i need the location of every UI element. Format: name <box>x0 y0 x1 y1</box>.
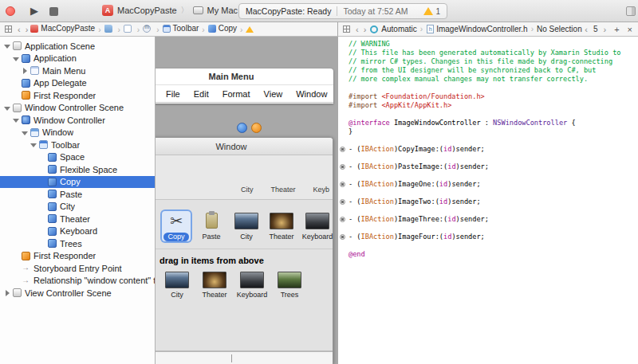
code-line[interactable] <box>349 206 638 215</box>
code-line[interactable]: - (IBAction)ImageThree:(id)sender; <box>349 215 638 224</box>
default-item-city[interactable]: City <box>162 272 192 299</box>
disclosure-triangle[interactable] <box>21 128 30 137</box>
code-line[interactable]: @end <box>349 250 638 259</box>
code-line[interactable]: @interface ImageWindowController : NSWin… <box>349 119 638 127</box>
outline-row-view-controller-scene[interactable]: View Controller Scene <box>0 287 155 299</box>
outline-row-relationship-window-content-to[interactable]: Relationship "window content" to ... <box>0 275 155 288</box>
code-line[interactable]: // from the UI designer will be synchron… <box>349 66 638 75</box>
back-button[interactable]: ‹ <box>15 25 23 34</box>
breadcrumb-toolbar[interactable]: Toolbar <box>163 24 199 33</box>
breadcrumb-m-badge[interactable] <box>143 25 153 33</box>
code-line[interactable] <box>349 154 638 162</box>
outline-row-theater[interactable]: Theater <box>0 213 155 225</box>
scheme-selector[interactable]: A MacCopyPaste 〉 My Mac <box>102 5 238 16</box>
disclosure-triangle[interactable] <box>12 54 21 63</box>
code-line[interactable]: - (IBAction)ImageTwo:(id)sender; <box>349 198 638 206</box>
code-line[interactable]: - (IBAction)CopyImage:(id)sender; <box>349 145 638 154</box>
menu-item-file[interactable]: File <box>166 89 180 99</box>
outline-row-space[interactable]: Space <box>0 151 155 164</box>
menu-item-window[interactable]: Window <box>296 89 327 99</box>
toolbar-preview-label-theater[interactable]: Theater <box>270 186 295 194</box>
close-window-icon[interactable] <box>6 6 15 16</box>
main-menu-mockup[interactable]: Main Menu FileEditFormatViewWindow <box>156 68 333 104</box>
stop-button[interactable] <box>49 7 58 16</box>
code-line[interactable] <box>349 136 638 145</box>
close-assistant-button[interactable]: × <box>625 25 635 34</box>
window-controller-dock-icon[interactable] <box>237 123 247 133</box>
window-toolbar-preview[interactable]: CityTheaterKeyb <box>156 155 333 200</box>
menu-item-edit[interactable]: Edit <box>194 89 209 99</box>
code-line[interactable] <box>349 171 638 180</box>
disclosure-triangle[interactable] <box>21 66 30 75</box>
palette-item-city[interactable]: City <box>232 211 261 241</box>
code-line[interactable]: // This file has been generated automati… <box>349 49 638 57</box>
outline-row-paste[interactable]: Paste <box>0 188 155 201</box>
toolbar-preview-label-city[interactable]: City <box>241 186 254 194</box>
forward-button[interactable]: › <box>361 25 369 34</box>
outline-row-toolbar[interactable]: Toolbar <box>0 139 155 151</box>
default-item-keyboard[interactable]: Keyboard <box>237 272 267 299</box>
connection-well-icon[interactable] <box>340 199 345 205</box>
code-line[interactable] <box>349 224 638 233</box>
menu-item-format[interactable]: Format <box>223 89 250 99</box>
menu-item-view[interactable]: View <box>264 89 283 99</box>
outline-row-copy[interactable]: Copy <box>0 176 155 189</box>
code-line[interactable] <box>349 110 638 119</box>
assistant-editor[interactable]: // WARNING// This file has been generate… <box>337 37 638 364</box>
file-crumb[interactable]: ImageWindowController.h <box>436 25 528 33</box>
code-line[interactable]: #import <Foundation/Foundation.h> <box>349 92 638 101</box>
connection-well-icon[interactable] <box>340 182 345 187</box>
selection-crumb[interactable]: No Selection <box>537 25 582 33</box>
code-line[interactable]: - (IBAction)PasteImage:(id)sender; <box>349 162 638 171</box>
code-line[interactable] <box>349 189 638 198</box>
ib-canvas[interactable]: Main Menu FileEditFormatViewWindow Windo… <box>156 37 337 364</box>
code-line[interactable] <box>349 241 638 250</box>
default-item-trees[interactable]: Trees <box>274 272 305 299</box>
disclosure-triangle[interactable] <box>12 115 21 124</box>
outline-row-window-controller-scene[interactable]: Window Controller Scene <box>0 102 155 115</box>
code-line[interactable]: // more complex manual changes may not t… <box>349 75 638 84</box>
outline-row-storyboard-entry-point[interactable]: Storyboard Entry Point <box>0 262 155 275</box>
outline-row-application-scene[interactable]: Application Scene <box>0 40 155 53</box>
breadcrumb-folder[interactable] <box>104 25 115 33</box>
outline-row-keyboard[interactable]: Keyboard <box>0 225 155 238</box>
counterpart-next-button[interactable]: › <box>601 25 608 34</box>
outline-row-application[interactable]: Application <box>0 53 155 65</box>
default-item-theater[interactable]: Theater <box>199 272 230 299</box>
breadcrumb-warning[interactable] <box>246 26 256 33</box>
palette-item-theater[interactable]: Theater <box>267 211 296 241</box>
outline-row-first-responder[interactable]: First Responder <box>0 250 155 263</box>
warning-count[interactable]: 1 <box>435 7 440 16</box>
add-assistant-button[interactable]: + <box>612 25 621 34</box>
breadcrumb-copy[interactable]: Copy <box>208 24 237 33</box>
outline-row-window-controller[interactable]: Window Controller <box>0 114 155 127</box>
connection-well-icon[interactable] <box>340 164 345 170</box>
toolbar-preview-label-keyb[interactable]: Keyb <box>313 186 329 194</box>
connection-well-icon[interactable] <box>340 217 345 222</box>
disclosure-triangle[interactable] <box>30 140 38 149</box>
breadcrumb-doc[interactable] <box>124 25 134 33</box>
editor-mode-icon[interactable] <box>626 6 636 16</box>
breadcrumb-maccopypaste[interactable]: MacCopyPaste <box>30 24 95 33</box>
outline-row-main-menu[interactable]: Main Menu <box>0 65 155 77</box>
warning-icon[interactable] <box>423 7 433 15</box>
code-line[interactable]: #import <AppKit/AppKit.h> <box>349 101 638 110</box>
connection-well-icon[interactable] <box>340 234 345 240</box>
disclosure-triangle[interactable] <box>3 41 12 50</box>
code-line[interactable]: - (IBAction)ImageOne:(id)sender; <box>349 180 638 189</box>
outline-row-city[interactable]: City <box>0 201 155 213</box>
outline-row-trees[interactable]: Trees <box>0 237 155 250</box>
palette-item-copy[interactable]: Copy <box>162 211 191 241</box>
palette-item-keyboard[interactable]: Keyboard <box>302 211 333 241</box>
disclosure-triangle[interactable] <box>3 104 12 112</box>
code-line[interactable]: // mirror C# types. Changes in this file… <box>349 57 638 66</box>
outline-row-flexible-space[interactable]: Flexible Space <box>0 163 155 176</box>
code-line[interactable]: } <box>349 127 638 136</box>
back-button[interactable]: ‹ <box>353 25 361 34</box>
outline-row-first-responder[interactable]: First Responder <box>0 89 155 102</box>
first-responder-dock-icon[interactable] <box>251 123 262 133</box>
code-line[interactable] <box>349 84 638 92</box>
related-items-icon[interactable] <box>5 25 12 33</box>
code-line[interactable]: // WARNING <box>349 40 638 49</box>
connection-well-icon[interactable] <box>340 147 345 152</box>
